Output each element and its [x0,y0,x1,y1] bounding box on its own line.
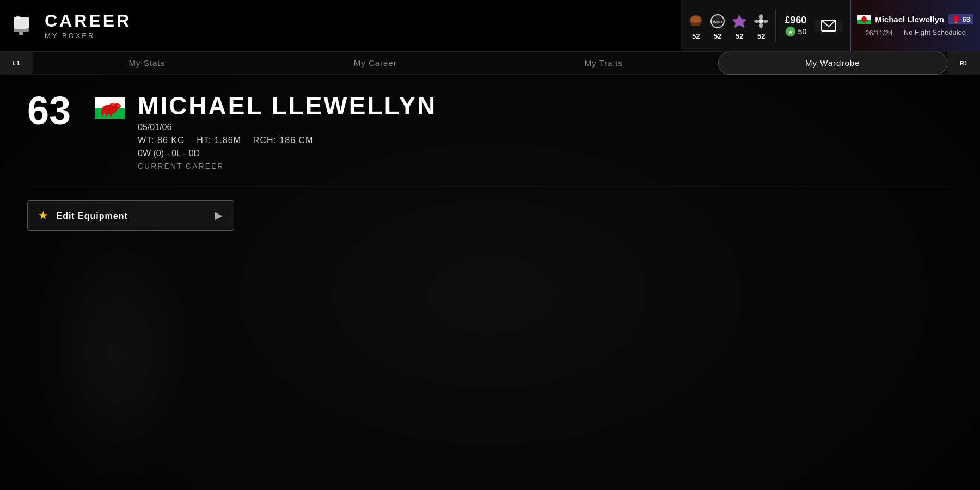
edit-equipment-button[interactable]: ★ Edit Equipment ▶ [27,200,234,231]
boxer-physical: WT: 86 KG HT: 1.86M RCH: 186 CM [138,136,437,145]
svg-point-11 [759,14,763,20]
mail-icon [821,20,836,32]
section-divider [27,187,953,187]
svg-point-14 [763,20,768,23]
tab-my-stats[interactable]: My Stats [33,52,261,75]
btn-arrow-icon: ▶ [215,210,223,222]
svg-point-6 [691,16,700,23]
svg-rect-25 [106,113,107,117]
boxer-rating-large: 63 [27,91,82,130]
svg-rect-3 [19,32,23,35]
tab-my-wardrobe[interactable]: My Wardrobe [718,52,948,75]
fighter-no-fight-status: No Fight Scheduled [904,28,966,36]
hud-green-icon: ★ [785,26,796,37]
logo-career-text: CAREER [45,12,131,29]
boxer-name: MICHAEL LLEWELLYN [138,93,437,118]
stats-hud: 52 WBO 52 52 [681,0,850,51]
top-bar-spacer [152,0,681,51]
logo-area: CAREER MY BOXER [0,0,152,51]
hud-stat-4-value: 52 [757,32,765,40]
svg-rect-2 [14,29,29,32]
mail-button[interactable] [815,20,842,32]
fighter-date: 26/11/24 [865,29,893,37]
boxer-details: MICHAEL LLEWELLYN 05/01/06 WT: 86 KG HT:… [138,91,437,170]
svg-point-28 [118,105,118,106]
fighter-name: Michael Llewellyn [875,15,944,24]
tab-my-traits[interactable]: My Traits [489,52,718,75]
tab-my-career[interactable]: My Career [261,52,490,75]
hud-star-row: ★ 50 [785,26,807,37]
nav-left-button[interactable]: L1 [0,52,33,75]
hud-separator-1 [775,9,776,42]
fighter-rating-badge: 🥊 63 [948,14,973,24]
logo-subtitle-text: MY BOXER [45,32,131,40]
nav-right-button[interactable]: R1 [947,52,980,75]
svg-point-10 [759,19,763,23]
hud-stat-1-value: 52 [692,32,700,40]
fighter-name-row: Michael Llewellyn 🥊 63 [857,14,973,24]
hud-stat-1: 52 [686,11,706,40]
edit-equipment-label: Edit Equipment [56,211,127,220]
svg-rect-26 [110,113,112,117]
hud-green-stat-value: 50 [798,27,807,36]
boxer-career-label: CURRENT CAREER [138,162,437,170]
hud-stat-4: 52 [751,11,771,40]
fighter-panel: Michael Llewellyn 🥊 63 26/11/24 No Fight… [850,0,980,51]
svg-text:WBO: WBO [713,20,723,24]
hud-stat-2-value: 52 [714,32,721,40]
hud-icon-rank [730,11,749,31]
svg-rect-0 [14,17,29,29]
hud-stat-3: 52 [730,11,749,40]
svg-rect-1 [16,16,20,19]
hud-stat-2: WBO 52 [708,11,727,40]
hud-icon-glove [686,11,706,31]
main-content: CAREER MY BOXER 52 [0,0,980,490]
svg-point-13 [754,20,759,23]
top-bar: CAREER MY BOXER 52 [0,0,980,52]
hud-icon-wbo: WBO [708,11,727,31]
hud-money-area: £960 ★ 50 [780,15,811,37]
btn-star-icon: ★ [39,210,48,221]
svg-text:★: ★ [788,29,793,35]
hud-stat-3-value: 52 [736,32,743,40]
hud-money-value: £960 [785,15,806,26]
svg-marker-9 [732,15,746,28]
page-body: 63 [0,75,980,247]
nav-tabs: L1 My Stats My Career My Traits My Wardr… [0,52,980,75]
logo-text-block: CAREER MY BOXER [45,12,131,40]
svg-rect-5 [691,22,700,26]
svg-point-12 [759,23,763,28]
boxer-dob: 05/01/06 [138,122,437,132]
svg-point-20 [861,16,867,23]
fighter-flag-small [857,15,871,24]
logo-icon [11,12,38,39]
boxer-header: 63 [27,91,953,170]
hud-icon-flower [751,11,771,31]
boxer-record: 0W (0) - 0L - 0D [138,149,437,158]
boxer-flag-wales [95,97,125,119]
